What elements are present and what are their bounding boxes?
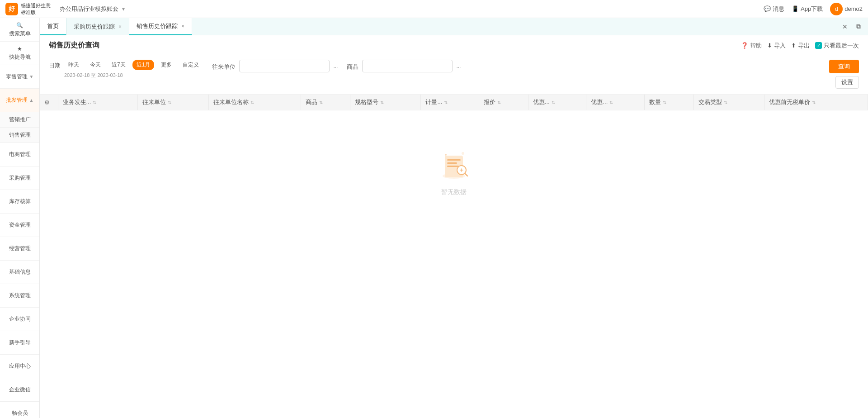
date-btn-custom[interactable]: 自定义 <box>179 60 203 70</box>
svg-point-10 <box>462 152 464 155</box>
page-header: 销售历史价查询 ❓ 帮助 ⬇ 导入 ⬆ 导出 ✓ <box>40 35 868 54</box>
sidebar-item-marketing[interactable]: 营销推广 <box>0 112 39 128</box>
partner-filter-input[interactable] <box>239 60 330 72</box>
sort-icon-partner-code: ⇅ <box>168 100 171 105</box>
top-bar-dropdown[interactable]: ▾ <box>122 6 125 12</box>
close-window-button[interactable]: ✕ <box>839 21 851 33</box>
svg-rect-3 <box>447 162 457 164</box>
export-button[interactable]: ⬆ 导出 <box>791 42 810 50</box>
table-col-quantity[interactable]: 数量 ⇅ <box>645 95 694 110</box>
sidebar-item-ecommerce[interactable]: 电商管理 <box>0 143 39 166</box>
date-btn-7days[interactable]: 近7天 <box>108 60 130 70</box>
filter-right-actions: 查询 设置 <box>829 60 859 89</box>
date-filter-buttons: 昨天 今天 近7天 近1月 更多 自定义 <box>64 60 203 70</box>
query-button[interactable]: 查询 <box>829 60 859 73</box>
svg-point-9 <box>445 154 447 156</box>
sidebar-item-system[interactable]: 系统管理 <box>0 284 39 308</box>
tab-bar-actions: ✕ ⧉ <box>839 21 868 33</box>
tab-sales-close[interactable]: × <box>181 23 184 29</box>
table-col-gear[interactable]: ⚙ <box>40 95 58 110</box>
app-download-action[interactable]: 📱 App下载 <box>792 5 823 13</box>
table-col-biz-date[interactable]: 业务发生... ⇅ <box>58 95 138 110</box>
logo-text: 畅捷通好生意 标准版 <box>21 2 51 15</box>
table-col-trade-type[interactable]: 交易类型 ⇅ <box>693 95 764 110</box>
sort-icon-pre-tax-price: ⇅ <box>812 100 816 105</box>
sidebar-item-search[interactable]: 🔍 搜索菜单 <box>0 18 39 42</box>
sidebar-item-inventory[interactable]: 库存核算 <box>0 190 39 214</box>
table-col-discount1[interactable]: 优惠... ⇅ <box>528 95 586 110</box>
help-icon: ❓ <box>741 42 748 49</box>
sidebar-item-quicknav[interactable]: ★ 快捷导航 <box>0 42 39 65</box>
sidebar: 🔍 搜索菜单 ★ 快捷导航 零售管理 ▼ 批发管理 ▲ 营销推广 销售管理 电商… <box>0 18 40 418</box>
sidebar-item-app-center[interactable]: 应用中心 <box>0 355 39 378</box>
sidebar-item-retail[interactable]: 零售管理 ▼ <box>0 65 39 89</box>
date-filter-options: 昨天 今天 近7天 近1月 更多 自定义 2023-02-18 至 2023-0… <box>64 60 203 79</box>
date-btn-yesterday[interactable]: 昨天 <box>64 60 83 70</box>
checkbox-icon: ✓ <box>815 42 822 49</box>
tab-home[interactable]: 首页 <box>40 18 66 35</box>
sidebar-item-sales-mgmt[interactable]: 销售管理 <box>0 128 39 143</box>
only-last-checkbox[interactable]: ✓ 只看最后一次 <box>815 42 859 50</box>
table-col-partner-name[interactable]: 往来单位名称 ⇅ <box>208 95 301 110</box>
sort-icon-discount1: ⇅ <box>552 100 555 105</box>
svg-line-6 <box>465 173 467 176</box>
tab-purchase-close[interactable]: × <box>118 24 122 30</box>
table-header-row: ⚙ 业务发生... ⇅ 往来单位 <box>40 95 868 110</box>
table-col-quoted-price[interactable]: 报价 ⇅ <box>479 95 528 110</box>
partner-filter-dots[interactable]: ... <box>333 63 338 69</box>
chevron-up-icon: ▲ <box>29 98 34 103</box>
avatar: d <box>830 3 843 15</box>
top-bar-left: 好 畅捷通好生意 标准版 办公用品行业模拟账套 ▾ <box>5 2 125 15</box>
sidebar-item-enterprise[interactable]: 企业协同 <box>0 308 39 331</box>
product-filter-group: 商品 ... <box>347 60 461 72</box>
top-bar-title: 办公用品行业模拟账套 <box>60 5 118 13</box>
tab-sales[interactable]: 销售历史价跟踪 × <box>129 18 192 35</box>
sort-icon-quantity: ⇅ <box>663 100 666 105</box>
product-filter-label: 商品 <box>347 61 359 71</box>
tab-purchase[interactable]: 采购历史价跟踪 × <box>66 18 129 35</box>
date-filter-label: 日期 <box>49 60 61 70</box>
empty-illustration <box>436 147 472 183</box>
help-button[interactable]: ❓ 帮助 <box>741 42 762 50</box>
table-col-discount2[interactable]: 优惠... ⇅ <box>586 95 645 110</box>
partner-filter-label: 往来单位 <box>212 61 236 71</box>
page-content: 销售历史价查询 ❓ 帮助 ⬇ 导入 ⬆ 导出 ✓ <box>40 35 868 418</box>
message-action[interactable]: 💬 消息 <box>764 5 784 13</box>
settings-button[interactable]: 设置 <box>835 76 859 89</box>
table-col-spec[interactable]: 规格型号 ⇅ <box>350 95 421 110</box>
import-button[interactable]: ⬇ 导入 <box>767 42 786 50</box>
table-col-partner-code[interactable]: 往来单位 ⇅ <box>138 95 209 110</box>
sort-icon-quoted-price: ⇅ <box>497 100 501 105</box>
sidebar-item-business[interactable]: 经营管理 <box>0 237 39 261</box>
sidebar-item-finance[interactable]: 资金管理 <box>0 214 39 237</box>
sort-icon-unit: ⇅ <box>444 100 448 105</box>
date-btn-1month[interactable]: 近1月 <box>132 60 155 70</box>
sidebar-item-purchase[interactable]: 采购管理 <box>0 166 39 190</box>
table-col-unit[interactable]: 计量... ⇅ <box>421 95 479 110</box>
search-icon: 🔍 <box>16 22 23 28</box>
empty-state: 暂无数据 <box>40 110 868 233</box>
date-btn-today[interactable]: 今天 <box>86 60 105 70</box>
sidebar-item-wechat[interactable]: 企业微信 <box>0 378 39 402</box>
sort-icon-trade-type: ⇅ <box>724 100 727 105</box>
table-col-pre-tax-price[interactable]: 优惠前无税单价 ⇅ <box>764 95 868 110</box>
table-col-product[interactable]: 商品 ⇅ <box>301 95 350 110</box>
product-filter-input[interactable] <box>362 60 453 72</box>
logo-icon: 好 <box>5 3 18 15</box>
sidebar-item-member[interactable]: 畅会员 <box>0 402 39 418</box>
sidebar-item-wholesale[interactable]: 批发管理 ▲ <box>0 89 39 112</box>
user-area[interactable]: d demo2 <box>830 3 863 15</box>
export-icon: ⬆ <box>791 42 796 49</box>
product-filter-dots[interactable]: ... <box>456 63 461 69</box>
table-container: ⚙ 业务发生... ⇅ 往来单位 <box>40 95 868 233</box>
svg-rect-2 <box>447 159 461 161</box>
date-btn-more[interactable]: 更多 <box>157 60 176 70</box>
app-download-icon: 📱 <box>792 5 799 12</box>
restore-window-button[interactable]: ⧉ <box>853 21 864 33</box>
svg-rect-4 <box>447 166 459 167</box>
sidebar-item-newbie[interactable]: 新手引导 <box>0 331 39 355</box>
quicknav-icon: ★ <box>17 46 22 52</box>
import-icon: ⬇ <box>767 42 772 49</box>
sort-icon-biz-date: ⇅ <box>93 100 96 105</box>
sidebar-item-basic-info[interactable]: 基础信息 <box>0 261 39 284</box>
